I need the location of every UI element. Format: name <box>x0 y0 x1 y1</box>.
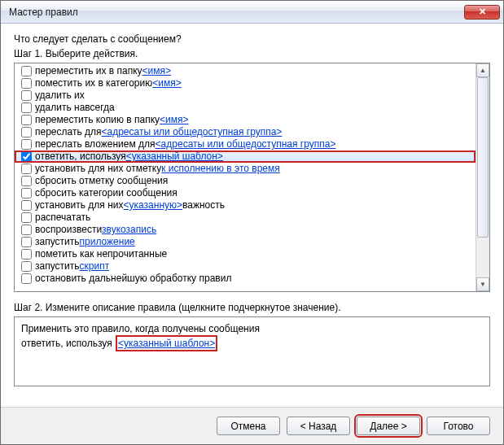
action-text: удалить их <box>35 89 85 102</box>
footer: Отмена < Назад Далее > Готово <box>1 407 503 444</box>
actions-list: переместить их в папку <имя>поместить их… <box>15 63 476 291</box>
action-link[interactable]: приложение <box>80 236 135 248</box>
back-button[interactable]: < Назад <box>287 417 350 435</box>
action-checkbox[interactable] <box>21 225 32 235</box>
action-text: поместить их в категорию <box>35 77 152 89</box>
action-text: сбросить отметку сообщения <box>35 175 168 187</box>
action-row[interactable]: поместить их в категорию <имя> <box>15 77 476 89</box>
action-text: удалить навсегда <box>35 102 115 114</box>
action-checkbox[interactable] <box>21 249 32 260</box>
action-text: ответить, используя <box>35 151 126 163</box>
action-link[interactable]: <имя> <box>152 77 181 89</box>
action-row[interactable]: запустить приложение <box>15 236 476 248</box>
action-row[interactable]: распечатать <box>15 212 476 224</box>
action-link[interactable]: к исполнению в это время <box>161 163 280 175</box>
action-row[interactable]: ответить, используя <указанный шаблон> <box>15 151 476 163</box>
action-text: распечатать <box>35 212 90 224</box>
action-link[interactable]: <адресаты или общедоступная группа> <box>156 138 336 151</box>
action-link[interactable]: скрипт <box>80 260 110 273</box>
action-link[interactable]: <имя> <box>160 114 188 126</box>
action-row[interactable]: установить для них отметку к исполнению … <box>15 163 476 175</box>
description-line2: ответить, используя <указанный шаблон> <box>21 335 483 351</box>
scroll-up-icon[interactable]: ▲ <box>476 63 489 77</box>
action-checkbox[interactable] <box>21 139 32 150</box>
description-line1: Применить это правило, когда получены со… <box>21 322 483 335</box>
action-checkbox[interactable] <box>21 200 32 211</box>
action-text: запустить <box>35 236 80 248</box>
action-link[interactable]: <адресаты или общедоступная группа> <box>102 126 283 138</box>
action-text: переместить их в папку <box>35 65 142 77</box>
action-row[interactable]: установить для них <указанную> важность <box>15 199 476 212</box>
titlebar: Мастер правил ✕ <box>1 1 503 24</box>
action-checkbox[interactable] <box>21 103 32 113</box>
action-row[interactable]: переслать вложением для <адресаты или об… <box>15 138 476 151</box>
action-text: переслать вложением для <box>35 138 156 151</box>
action-text: установить для них <box>35 199 124 212</box>
scroll-thumb[interactable] <box>477 77 489 238</box>
action-row[interactable]: переместить их в папку <имя> <box>15 65 476 77</box>
action-row[interactable]: сбросить отметку сообщения <box>15 175 476 187</box>
action-text: запустить <box>35 260 80 273</box>
action-checkbox[interactable] <box>21 115 32 125</box>
prompt-text: Что следует сделать с сообщением? <box>14 33 490 45</box>
action-row[interactable]: пометить как непрочитанные <box>15 248 476 260</box>
description-box: Применить это правило, когда получены со… <box>14 316 490 386</box>
action-text: воспроизвести <box>35 224 102 236</box>
action-row[interactable]: удалить навсегда <box>15 102 476 114</box>
action-link[interactable]: <имя> <box>142 65 171 77</box>
finish-button[interactable]: Готово <box>427 417 490 435</box>
action-checkbox[interactable] <box>21 164 32 174</box>
action-text: остановить дальнейшую обработку правил <box>35 273 231 285</box>
window-title: Мастер правил <box>9 7 464 18</box>
action-row[interactable]: остановить дальнейшую обработку правил <box>15 273 476 285</box>
close-icon: ✕ <box>479 7 486 17</box>
action-checkbox[interactable] <box>21 151 32 162</box>
action-row[interactable]: воспроизвести звукозапись <box>15 224 476 236</box>
action-link[interactable]: звукозапись <box>102 224 156 236</box>
action-link[interactable]: <указанный шаблон> <box>126 151 223 163</box>
action-checkbox[interactable] <box>21 66 32 76</box>
close-button[interactable]: ✕ <box>464 5 500 20</box>
action-row[interactable]: запустить скрипт <box>15 260 476 273</box>
action-tail: важность <box>182 199 225 212</box>
action-checkbox[interactable] <box>21 212 32 223</box>
action-text: пометить как непрочитанные <box>35 248 167 260</box>
action-link[interactable]: <указанную> <box>124 199 183 212</box>
action-checkbox[interactable] <box>21 273 32 284</box>
description-line2-prefix: ответить, используя <box>21 338 115 349</box>
action-checkbox[interactable] <box>21 78 32 89</box>
scroll-track[interactable] <box>476 77 489 277</box>
description-template-link[interactable]: <указанный шаблон> <box>116 335 217 351</box>
action-checkbox[interactable] <box>21 237 32 247</box>
action-checkbox[interactable] <box>21 90 32 101</box>
step2-label: Шаг 2. Измените описание правила (щелкни… <box>14 302 490 313</box>
action-row[interactable]: удалить их <box>15 89 476 102</box>
action-checkbox[interactable] <box>21 188 32 199</box>
action-text: сбросить категории сообщения <box>35 187 177 199</box>
action-text: установить для них отметку <box>35 163 161 175</box>
action-checkbox[interactable] <box>21 127 32 137</box>
action-text: переместить копию в папку <box>35 114 160 126</box>
action-row[interactable]: переслать для <адресаты или общедоступна… <box>15 126 476 138</box>
rules-wizard-window: Мастер правил ✕ Что следует сделать с со… <box>0 0 504 445</box>
action-checkbox[interactable] <box>21 261 32 272</box>
cancel-button[interactable]: Отмена <box>217 417 280 435</box>
actions-box: переместить их в папку <имя>поместить их… <box>14 63 490 292</box>
action-checkbox[interactable] <box>21 176 32 186</box>
action-row[interactable]: сбросить категории сообщения <box>15 187 476 199</box>
scrollbar[interactable]: ▲ ▼ <box>476 63 489 291</box>
scroll-down-icon[interactable]: ▼ <box>476 277 489 291</box>
dialog-body: Что следует сделать с сообщением? Шаг 1.… <box>1 24 503 407</box>
action-text: переслать для <box>35 126 102 138</box>
step1-label: Шаг 1. Выберите действия. <box>14 48 490 59</box>
next-button[interactable]: Далее > <box>357 417 420 435</box>
action-row[interactable]: переместить копию в папку <имя> <box>15 114 476 126</box>
